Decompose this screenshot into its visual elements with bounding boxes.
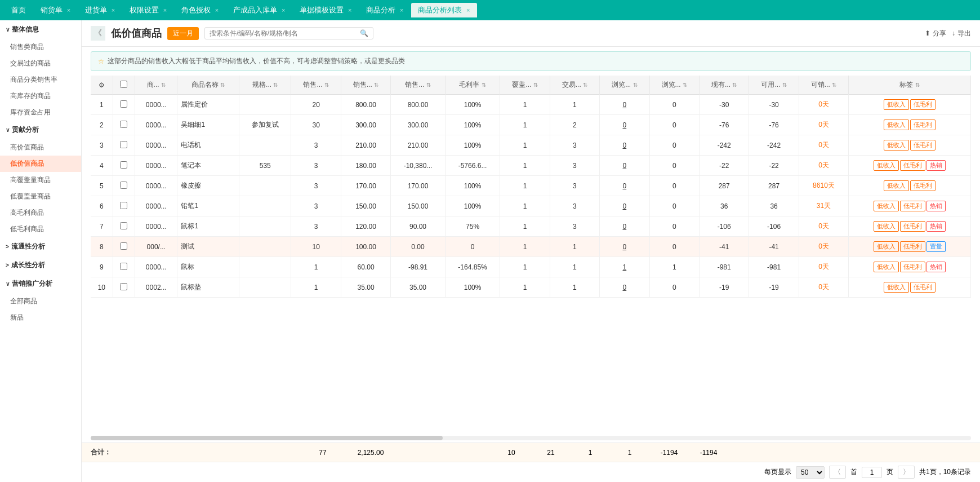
- row-sale1: 180.00: [341, 156, 390, 176]
- row-view1[interactable]: 0: [600, 196, 649, 216]
- search-input[interactable]: [210, 29, 358, 37]
- row-select-checkbox[interactable]: [120, 283, 127, 290]
- sidebar-section-marketing[interactable]: ∨ 营销推广分析: [0, 275, 81, 293]
- col-checkbox[interactable]: [113, 76, 135, 95]
- sidebar-item-sales-products[interactable]: 销售类商品: [0, 39, 81, 55]
- row-code: 0000...: [135, 95, 177, 115]
- sidebar-item-high-profit[interactable]: 高毛利商品: [0, 205, 81, 221]
- nav-item-product-entry[interactable]: 产成品入库单 ×: [226, 3, 292, 17]
- row-qty: 3: [291, 216, 341, 237]
- row-select-checkbox[interactable]: [120, 161, 127, 169]
- nav-item-template[interactable]: 单据模板设置 ×: [293, 3, 358, 17]
- first-page-button[interactable]: 〈: [829, 466, 846, 479]
- export-button[interactable]: ↓ 导出: [952, 29, 971, 38]
- row-tags: 低收入低毛利: [849, 176, 971, 196]
- row-checkbox[interactable]: [113, 95, 135, 115]
- row-checkbox[interactable]: [113, 135, 135, 156]
- col-tags[interactable]: 标签 ⇅: [849, 76, 971, 95]
- row-checkbox[interactable]: [113, 176, 135, 196]
- row-view1[interactable]: 0: [600, 176, 649, 196]
- col-stock2[interactable]: 可用... ⇅: [749, 76, 799, 95]
- collapse-sidebar-button[interactable]: 《: [91, 26, 105, 41]
- filter-button[interactable]: 近一月: [167, 27, 199, 40]
- row-view1[interactable]: 0: [600, 237, 649, 257]
- nav-item-purchase[interactable]: 进货单 ×: [78, 3, 122, 17]
- footer-view2: 1: [610, 449, 649, 457]
- share-button[interactable]: ⬆ 分享: [925, 29, 946, 38]
- col-sale1[interactable]: 销售... ⇅: [341, 76, 390, 95]
- sidebar-item-low-profit[interactable]: 低毛利商品: [0, 221, 81, 237]
- row-days: 8610天: [799, 176, 848, 196]
- row-select-checkbox[interactable]: [120, 121, 127, 128]
- row-view1[interactable]: 0: [600, 115, 649, 135]
- row-view1[interactable]: 0: [600, 156, 649, 176]
- col-deal[interactable]: 交易... ⇅: [550, 76, 599, 95]
- row-checkbox[interactable]: [113, 115, 135, 135]
- next-page-button[interactable]: 〉: [898, 466, 915, 479]
- col-qty[interactable]: 销售... ⇅: [291, 76, 341, 95]
- sidebar-section-flow[interactable]: > 流通性分析: [0, 237, 81, 256]
- row-select-checkbox[interactable]: [120, 100, 127, 108]
- nav-item-roles[interactable]: 角色授权 ×: [175, 3, 225, 17]
- row-select-checkbox[interactable]: [120, 242, 127, 250]
- sidebar-item-low-coverage[interactable]: 低覆盖量商品: [0, 188, 81, 205]
- col-days[interactable]: 可销... ⇅: [799, 76, 848, 95]
- footer-stock2: -1194: [689, 449, 728, 457]
- per-page-select[interactable]: 50 100: [796, 466, 825, 479]
- row-checkbox[interactable]: [113, 216, 135, 237]
- sidebar-item-high-coverage[interactable]: 高覆盖量商品: [0, 172, 81, 188]
- col-margin[interactable]: 毛利率 ⇅: [445, 76, 500, 95]
- footer-totals: 合计： 77 2,125.00 10 21 1 1 -1194 -1194: [82, 443, 980, 462]
- row-select-checkbox[interactable]: [120, 263, 127, 270]
- horizontal-scrollbar[interactable]: [91, 436, 971, 440]
- col-spec[interactable]: 规格... ⇅: [239, 76, 291, 95]
- row-select-checkbox[interactable]: [120, 141, 127, 148]
- sidebar-item-category-rate[interactable]: 商品分类销售率: [0, 72, 81, 88]
- sidebar-section-overall[interactable]: ∨ 整体信息: [0, 20, 81, 39]
- search-box: 🔍: [204, 27, 373, 39]
- row-view1[interactable]: 0: [600, 216, 649, 237]
- nav-item-home[interactable]: 首页: [5, 3, 33, 17]
- row-view1[interactable]: 0: [600, 277, 649, 298]
- row-view1[interactable]: 0: [600, 135, 649, 156]
- col-name[interactable]: 商品名称 ⇅: [177, 76, 239, 95]
- sidebar-section-contribution[interactable]: ∨ 贡献分析: [0, 121, 81, 139]
- row-view1[interactable]: 1: [600, 257, 649, 277]
- top-nav: 首页 销货单 × 进货单 × 权限设置 × 角色授权 × 产成品入库单 × 单据…: [0, 0, 980, 20]
- row-cov: 1: [500, 156, 550, 176]
- sidebar-item-stock-capital[interactable]: 库存资金占用: [0, 104, 81, 121]
- row-sale2: 800.00: [391, 95, 446, 115]
- row-num: 10: [91, 277, 113, 298]
- select-all-checkbox[interactable]: [120, 81, 127, 88]
- row-checkbox[interactable]: [113, 277, 135, 298]
- row-select-checkbox[interactable]: [120, 222, 127, 229]
- nav-item-permissions[interactable]: 权限设置 ×: [123, 3, 173, 17]
- sidebar-item-low-value[interactable]: 低价值商品: [0, 156, 81, 172]
- col-stock1[interactable]: 现有... ⇅: [699, 76, 749, 95]
- row-select-checkbox[interactable]: [120, 202, 127, 209]
- sidebar-item-high-value[interactable]: 高价值商品: [0, 139, 81, 156]
- row-checkbox[interactable]: [113, 257, 135, 277]
- sidebar-section-growth[interactable]: > 成长性分析: [0, 256, 81, 275]
- col-cov[interactable]: 覆盖... ⇅: [500, 76, 550, 95]
- col-sale2[interactable]: 销售... ⇅: [391, 76, 446, 95]
- row-checkbox[interactable]: [113, 156, 135, 176]
- nav-item-analysis-list[interactable]: 商品分析列表 ×: [411, 3, 476, 17]
- row-checkbox[interactable]: [113, 196, 135, 216]
- row-stock2: -19: [749, 277, 799, 298]
- col-view1[interactable]: 浏览... ⇅: [600, 76, 649, 95]
- row-checkbox[interactable]: [113, 237, 135, 257]
- row-view1[interactable]: 0: [600, 95, 649, 115]
- sidebar-item-high-stock[interactable]: 高库存的商品: [0, 88, 81, 104]
- col-code[interactable]: 商... ⇅: [135, 76, 177, 95]
- col-settings[interactable]: ⚙: [91, 76, 113, 95]
- sidebar-item-new-products[interactable]: 新品: [0, 309, 81, 326]
- row-select-checkbox[interactable]: [120, 182, 127, 189]
- page-number-input[interactable]: [862, 467, 882, 478]
- nav-item-analysis[interactable]: 商品分析 ×: [359, 3, 410, 17]
- nav-item-sales[interactable]: 销货单 ×: [34, 3, 77, 17]
- row-qty: 10: [291, 237, 341, 257]
- col-view2[interactable]: 浏览... ⇅: [649, 76, 699, 95]
- sidebar-item-traded[interactable]: 交易过的商品: [0, 55, 81, 72]
- sidebar-item-all-products[interactable]: 全部商品: [0, 293, 81, 309]
